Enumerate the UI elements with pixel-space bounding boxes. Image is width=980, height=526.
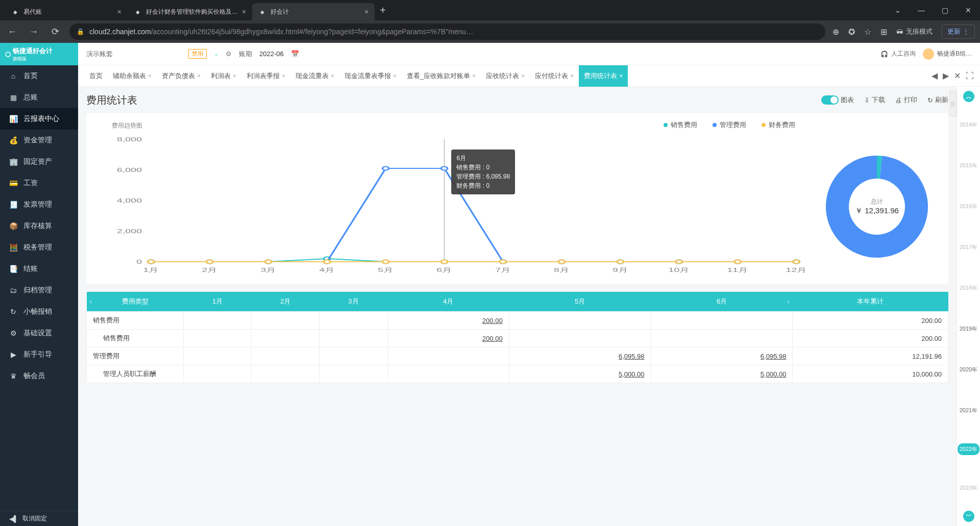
sidebar-item[interactable]: 💳工资 (0, 172, 78, 194)
browser-tab[interactable]: ◆好会计财务管理软件购买价格及…× (128, 3, 252, 20)
line-chart[interactable]: 02,0004,0006,0008,0001月2月3月4月5月6月7月8月9月1… (96, 134, 805, 279)
puzzle-icon[interactable]: ⊞ (880, 27, 887, 37)
tab-close-icon[interactable]: × (117, 8, 121, 16)
year-item[interactable]: 2020年 (960, 362, 977, 378)
user-menu[interactable]: 畅捷通B组… (923, 48, 972, 60)
page-tab[interactable]: 应收统计表× (481, 65, 530, 87)
year-scroll-up-icon[interactable]: ︽ (963, 91, 974, 102)
legend-item[interactable]: 销售费用 (664, 120, 697, 130)
tabs-prev-icon[interactable]: ◀ (932, 71, 938, 81)
zoom-icon[interactable]: ⊕ (832, 27, 839, 37)
tab-close-icon[interactable]: × (331, 72, 334, 80)
chart-toggle[interactable]: 图表 (821, 95, 854, 105)
legend-item[interactable]: 管理费用 (713, 120, 746, 130)
tab-close-icon[interactable]: × (472, 72, 476, 80)
cell-value[interactable]: 5,000.00 (651, 365, 793, 383)
sidebar-unpin[interactable]: ◀▌ 取消固定 (0, 511, 78, 526)
browser-tab[interactable]: ◆易代账× (5, 3, 128, 20)
calendar-icon[interactable]: 📅 (291, 50, 299, 58)
tabs-next-icon[interactable]: ▶ (943, 71, 949, 81)
period-value[interactable]: 2022-06 (259, 50, 284, 58)
update-button[interactable]: 更新 ⋮ (942, 24, 975, 39)
nav-back-icon[interactable]: ← (5, 27, 19, 37)
tabs-close-all-icon[interactable]: ✕ (954, 71, 961, 81)
page-tab[interactable]: 首页 (84, 65, 108, 87)
window-maximize-icon[interactable]: ▢ (933, 0, 957, 20)
cell-value[interactable]: 6,095.98 (509, 347, 651, 365)
page-tab[interactable]: 资产负债表× (157, 65, 206, 87)
refresh-button[interactable]: ↻刷新 (927, 95, 948, 105)
tab-close-icon[interactable]: × (619, 72, 623, 80)
year-item[interactable]: 2017年 (960, 239, 977, 255)
sidebar-item[interactable]: ↻小畅报销 (0, 301, 78, 322)
cell-value[interactable]: 5,000.00 (509, 365, 651, 383)
year-scroll-down-icon[interactable]: ︾ (963, 511, 974, 522)
year-item[interactable]: 2019年 (960, 321, 977, 337)
window-minimize-icon[interactable]: — (910, 0, 933, 20)
browser-tab[interactable]: ◆好会计× (252, 3, 375, 20)
tab-close-icon[interactable]: × (242, 8, 246, 16)
tabs-fullscreen-icon[interactable]: ⛶ (966, 71, 974, 81)
page-tab[interactable]: 现金流量表季报× (339, 65, 402, 87)
sidebar-item[interactable]: 📦库存核算 (0, 215, 78, 237)
year-item[interactable]: 2022年 (958, 443, 979, 455)
sidebar-item[interactable]: ⚙基础设置 (0, 322, 78, 344)
table-next-icon[interactable]: › (787, 297, 790, 306)
cell-value[interactable]: 6,095.98 (651, 347, 793, 365)
table-prev-icon[interactable]: ‹ (90, 297, 92, 306)
sidebar-item[interactable]: 📊云报表中心 (0, 108, 78, 130)
page-tab[interactable]: 现金流量表× (290, 65, 339, 87)
cell-value[interactable]: 200.00 (387, 312, 509, 330)
bookmark-icon[interactable]: ☆ (864, 27, 871, 37)
sidebar-item[interactable]: 🧮税务管理 (0, 237, 78, 258)
gear-icon[interactable]: ⚙ (226, 50, 232, 58)
sidebar-item[interactable]: 💰资金管理 (0, 130, 78, 151)
status-badge[interactable]: 禁用 (188, 49, 207, 59)
sidebar-item[interactable]: ⌂首页 (0, 65, 78, 87)
sidebar-item[interactable]: 🏢固定资产 (0, 151, 78, 172)
download-button[interactable]: ⇩下载 (864, 95, 885, 105)
status-dropdown-icon[interactable]: ⌄ (214, 51, 218, 57)
sidebar-item[interactable]: ▦总账 (0, 87, 78, 108)
page-tab[interactable]: 利润表× (206, 65, 241, 87)
sidebar-item[interactable]: 🧾发票管理 (0, 194, 78, 215)
sidebar-item[interactable]: ♛畅会员 (0, 365, 78, 387)
year-item[interactable]: 2014年 (960, 117, 977, 133)
print-button[interactable]: 🖨打印 (895, 95, 917, 105)
sidebar-item[interactable]: 📑结账 (0, 258, 78, 280)
tab-close-icon[interactable]: × (393, 72, 397, 80)
year-item[interactable]: 2021年 (960, 403, 977, 418)
tab-close-icon[interactable]: × (233, 72, 236, 80)
support-link[interactable]: 🎧 人工咨询 (880, 49, 916, 58)
cell-value (252, 347, 320, 365)
window-dropdown-icon[interactable]: ⌄ (886, 0, 910, 20)
extension-icon[interactable]: ✪ (848, 27, 855, 37)
year-item[interactable]: 2015年 (960, 158, 977, 173)
legend-item[interactable]: 财务费用 (762, 120, 795, 130)
page-tab[interactable]: 应付统计表× (530, 65, 579, 87)
tab-close-icon[interactable]: × (364, 8, 369, 16)
tab-close-icon[interactable]: × (282, 72, 285, 80)
account-name[interactable]: 演示账套 (86, 49, 113, 59)
year-item[interactable]: 2023年 (960, 480, 977, 496)
year-item[interactable]: 2016年 (960, 198, 977, 214)
tab-close-icon[interactable]: × (521, 72, 525, 80)
tab-close-icon[interactable]: × (197, 72, 201, 80)
sidebar-item[interactable]: ▶新手引导 (0, 344, 78, 365)
window-close-icon[interactable]: ✕ (957, 0, 980, 20)
nav-reload-icon[interactable]: ⟳ (48, 26, 62, 37)
tab-close-icon[interactable]: × (570, 72, 574, 80)
page-tab[interactable]: 查看_应收账款对账单× (402, 65, 481, 87)
address-bar[interactable]: 🔒 cloud2.chanjet.com/accounting/uh26t264… (69, 23, 825, 40)
nav-forward-icon[interactable]: → (27, 27, 41, 37)
page-tab[interactable]: 费用统计表× (579, 65, 628, 87)
tab-close-icon[interactable]: × (148, 72, 152, 80)
cell-value[interactable]: 200.00 (387, 330, 509, 347)
sidebar-item[interactable]: 🗂归档管理 (0, 280, 78, 301)
panel-collapse-handle[interactable]: ⟩⟩ (949, 91, 957, 116)
year-item[interactable]: 2018年 (960, 280, 977, 296)
page-tab[interactable]: 利润表季报× (241, 65, 290, 87)
donut-chart[interactable]: 总计 ￥ 12,391.96 (816, 134, 938, 279)
page-tab[interactable]: 辅助余额表× (108, 65, 157, 87)
new-tab-button[interactable]: + (380, 5, 386, 16)
